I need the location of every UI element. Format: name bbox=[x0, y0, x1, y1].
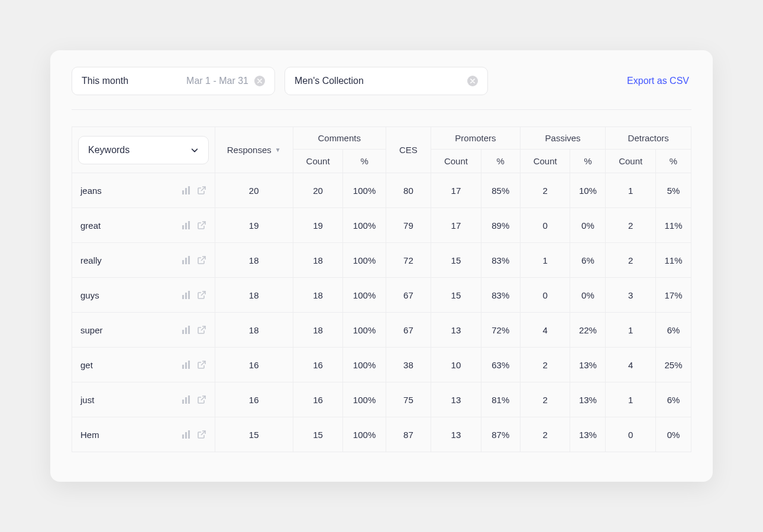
date-range-filter[interactable]: This month Mar 1 - Mar 31 bbox=[72, 67, 275, 95]
promoters-count-cell: 13 bbox=[431, 417, 481, 452]
ces-cell: 38 bbox=[386, 348, 431, 382]
date-range-label: This month bbox=[82, 76, 128, 86]
passives-count-cell: 0 bbox=[520, 208, 570, 243]
external-link-icon[interactable] bbox=[197, 430, 206, 439]
external-link-icon[interactable] bbox=[197, 255, 206, 265]
col-ces[interactable]: CES bbox=[386, 127, 431, 173]
comments-pct-cell: 100% bbox=[343, 208, 386, 243]
comments-pct-cell: 100% bbox=[343, 382, 386, 417]
external-link-icon[interactable] bbox=[197, 395, 206, 404]
svg-rect-20 bbox=[188, 395, 190, 404]
keywords-selector-label: Keywords bbox=[88, 145, 130, 155]
svg-rect-11 bbox=[188, 291, 190, 299]
promoters-pct-cell: 83% bbox=[481, 278, 520, 313]
responses-cell: 18 bbox=[215, 313, 293, 348]
external-link-icon[interactable] bbox=[197, 325, 206, 335]
collection-filter[interactable]: Men's Collection bbox=[284, 67, 488, 95]
detractors-count-cell: 4 bbox=[606, 348, 656, 382]
detractors-count-cell: 3 bbox=[606, 278, 656, 313]
svg-rect-19 bbox=[185, 397, 187, 404]
svg-rect-22 bbox=[185, 432, 187, 439]
passives-count-cell: 1 bbox=[520, 243, 570, 278]
comments-pct-cell: 100% bbox=[343, 417, 386, 452]
passives-count-cell: 4 bbox=[520, 313, 570, 348]
comments-pct-cell: 100% bbox=[343, 348, 386, 382]
external-link-icon[interactable] bbox=[197, 290, 206, 300]
col-detractors[interactable]: Detractors bbox=[606, 127, 691, 150]
comments-pct-cell: 100% bbox=[343, 173, 386, 208]
col-detractors-pct: % bbox=[656, 150, 691, 173]
svg-rect-9 bbox=[182, 295, 184, 299]
svg-rect-5 bbox=[188, 221, 190, 229]
comments-count-cell: 20 bbox=[293, 173, 343, 208]
external-link-icon[interactable] bbox=[197, 186, 206, 195]
passives-pct-cell: 22% bbox=[570, 313, 606, 348]
table-row: Hem1515100%871387%213%00% bbox=[72, 417, 691, 452]
bar-chart-icon[interactable] bbox=[182, 186, 191, 195]
col-promoters-pct: % bbox=[481, 150, 520, 173]
detractors-pct-cell: 11% bbox=[656, 208, 691, 243]
external-link-icon[interactable] bbox=[197, 360, 206, 369]
promoters-count-cell: 17 bbox=[431, 173, 481, 208]
keyword-cell: Hem bbox=[72, 417, 215, 452]
detractors-pct-cell: 6% bbox=[656, 313, 691, 348]
clear-date-icon[interactable] bbox=[254, 76, 265, 86]
svg-rect-7 bbox=[185, 258, 187, 264]
bar-chart-icon[interactable] bbox=[182, 395, 191, 404]
keywords-selector[interactable]: Keywords bbox=[78, 136, 209, 164]
svg-rect-12 bbox=[182, 330, 184, 334]
clear-collection-icon[interactable] bbox=[467, 76, 478, 86]
col-comments[interactable]: Comments bbox=[293, 127, 386, 150]
keyword-text: jeans bbox=[80, 186, 102, 196]
detractors-count-cell: 0 bbox=[606, 417, 656, 452]
passives-count-cell: 2 bbox=[520, 417, 570, 452]
ces-cell: 79 bbox=[386, 208, 431, 243]
keyword-text: guys bbox=[80, 290, 99, 300]
svg-rect-14 bbox=[188, 326, 190, 334]
promoters-count-cell: 15 bbox=[431, 278, 481, 313]
col-passives[interactable]: Passives bbox=[520, 127, 606, 150]
promoters-count-cell: 10 bbox=[431, 348, 481, 382]
comments-count-cell: 18 bbox=[293, 278, 343, 313]
svg-rect-13 bbox=[185, 327, 187, 334]
comments-pct-cell: 100% bbox=[343, 243, 386, 278]
col-responses[interactable]: Responses ▼ bbox=[215, 127, 293, 173]
promoters-pct-cell: 87% bbox=[481, 417, 520, 452]
external-link-icon[interactable] bbox=[197, 220, 206, 230]
table-row: great1919100%791789%00%211% bbox=[72, 208, 691, 243]
bar-chart-icon[interactable] bbox=[182, 325, 191, 335]
comments-count-cell: 18 bbox=[293, 313, 343, 348]
ces-cell: 72 bbox=[386, 243, 431, 278]
bar-chart-icon[interactable] bbox=[182, 360, 191, 369]
svg-rect-3 bbox=[182, 225, 184, 229]
responses-cell: 18 bbox=[215, 278, 293, 313]
bar-chart-icon[interactable] bbox=[182, 430, 191, 439]
ces-cell: 67 bbox=[386, 313, 431, 348]
bar-chart-icon[interactable] bbox=[182, 220, 191, 230]
collection-filter-label: Men's Collection bbox=[295, 76, 364, 86]
keywords-table-wrap: Keywords Responses ▼ Comments CES Promot… bbox=[50, 110, 713, 452]
analytics-card: This month Mar 1 - Mar 31 Men's Collecti… bbox=[50, 50, 713, 482]
table-row: get1616100%381063%213%425% bbox=[72, 348, 691, 382]
keyword-cell: get bbox=[72, 348, 215, 382]
col-promoters[interactable]: Promoters bbox=[431, 127, 520, 150]
bar-chart-icon[interactable] bbox=[182, 290, 191, 300]
svg-rect-21 bbox=[182, 434, 184, 439]
export-csv-link[interactable]: Export as CSV bbox=[627, 76, 691, 86]
promoters-pct-cell: 83% bbox=[481, 243, 520, 278]
keyword-cell: just bbox=[72, 382, 215, 417]
bar-chart-icon[interactable] bbox=[182, 255, 191, 265]
date-range-value: Mar 1 - Mar 31 bbox=[186, 76, 248, 86]
svg-rect-6 bbox=[182, 260, 184, 264]
svg-rect-0 bbox=[182, 190, 184, 194]
table-row: really1818100%721583%16%211% bbox=[72, 243, 691, 278]
table-row: super1818100%671372%422%16% bbox=[72, 313, 691, 348]
detractors-count-cell: 1 bbox=[606, 173, 656, 208]
col-passives-pct: % bbox=[570, 150, 606, 173]
comments-count-cell: 19 bbox=[293, 208, 343, 243]
responses-header-label: Responses bbox=[227, 145, 271, 155]
col-comments-count: Count bbox=[293, 150, 343, 173]
ces-cell: 75 bbox=[386, 382, 431, 417]
comments-count-cell: 16 bbox=[293, 348, 343, 382]
toolbar: This month Mar 1 - Mar 31 Men's Collecti… bbox=[50, 50, 713, 109]
